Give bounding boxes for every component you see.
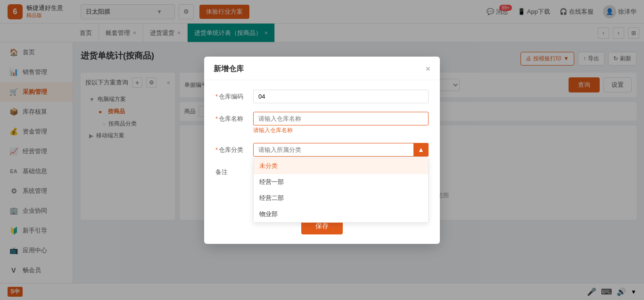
warehouse-name-input[interactable]: [253, 112, 429, 125]
warehouse-code-input[interactable]: [253, 90, 429, 103]
warehouse-code-row: 仓库编码: [215, 90, 429, 103]
warehouse-name-row: 仓库名称 请输入仓库名称: [215, 112, 429, 134]
warehouse-note-label: 备注: [215, 165, 253, 176]
warehouse-category-label: 仓库分类: [215, 143, 253, 154]
modal-close-button[interactable]: ×: [425, 65, 430, 73]
warehouse-name-error: 请输入仓库名称: [253, 126, 429, 134]
category-dropdown-list: 未分类 经营一部 经营二部 物业部: [253, 158, 429, 223]
modal-header: 新增仓库 ×: [204, 57, 440, 80]
warehouse-code-wrap: [253, 90, 429, 103]
modal-body: 仓库编码 仓库名称 请输入仓库名称 仓库分类 ▲: [204, 80, 440, 213]
dropdown-item-dept2[interactable]: 经营二部: [254, 190, 428, 206]
warehouse-code-label: 仓库编码: [215, 90, 253, 101]
chevron-up-icon: ▲: [418, 146, 424, 153]
add-warehouse-modal: 新增仓库 × 仓库编码 仓库名称 请输入仓库名称 仓库分类: [204, 57, 440, 244]
modal-overlay: 新增仓库 × 仓库编码 仓库名称 请输入仓库名称 仓库分类: [0, 0, 644, 300]
category-dropdown-button[interactable]: ▲: [413, 143, 429, 157]
warehouse-category-wrap: ▲ 未分类 经营一部 经营二部 物业部: [253, 143, 429, 157]
dropdown-item-dept1[interactable]: 经营一部: [254, 174, 428, 190]
dropdown-item-none[interactable]: 未分类: [254, 158, 428, 174]
modal-title: 新增仓库: [214, 64, 244, 74]
dropdown-item-dept3[interactable]: 物业部: [254, 206, 428, 222]
warehouse-name-label: 仓库名称: [215, 112, 253, 123]
warehouse-name-wrap: 请输入仓库名称: [253, 112, 429, 134]
warehouse-category-input[interactable]: [253, 143, 429, 157]
warehouse-category-row: 仓库分类 ▲ 未分类 经营一部 经营二部 物业部: [215, 143, 429, 157]
